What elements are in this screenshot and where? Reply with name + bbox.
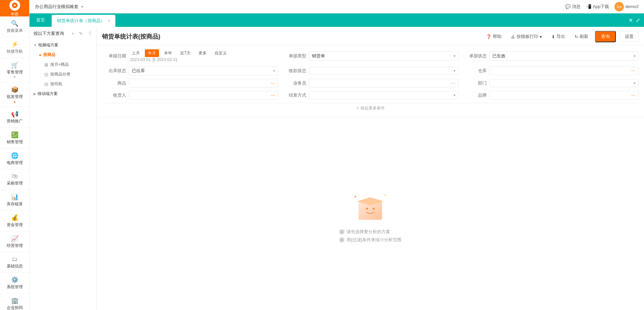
svg-text:★: ★ xyxy=(354,194,357,199)
tab-window-icon[interactable]: ✕ xyxy=(629,17,633,23)
goods-dots-icon[interactable]: ··· xyxy=(271,81,275,86)
date-btn-this-month[interactable]: 本月 xyxy=(145,49,159,57)
tree-item-by-month-goods[interactable]: ▦ 按月+商品 xyxy=(30,60,96,69)
outstatus-label: 出库状态 xyxy=(102,68,129,74)
tabbar: 首页 销货单统计表（按商品） × ✕ ⤢ xyxy=(30,13,644,27)
warehouse-dots-icon[interactable]: ··· xyxy=(631,68,636,73)
sidebar-item-retail[interactable]: 🛒 零售管理 ▼ xyxy=(0,58,29,83)
collapse-panel-btn[interactable]: 《 xyxy=(86,30,92,37)
outstatus-select[interactable]: 已出库 ▾ xyxy=(129,66,278,75)
industry-dropdown-icon[interactable]: ▾ xyxy=(81,4,83,9)
retail-label: 零售管理 xyxy=(7,69,23,75)
sidebar-search[interactable]: 🔍 搜索菜单 xyxy=(0,16,29,37)
date-btn-7days[interactable]: 近7天 xyxy=(177,49,194,57)
app-logo[interactable]: 标题 xyxy=(0,0,30,16)
status-select[interactable]: 已生效 ▾ xyxy=(489,51,639,61)
brand-dots-icon[interactable]: ··· xyxy=(631,93,636,98)
collectstatus-select[interactable]: ▾ xyxy=(309,67,458,75)
sidebar-item-finance[interactable]: 💰 资金管理 xyxy=(0,211,29,231)
sidebar-quicknav[interactable]: ⚡ 快捷导航 xyxy=(0,37,29,58)
salesman-input[interactable]: ··· xyxy=(309,79,458,88)
empty-tips: ① 请先选择要分析的方案 ② 用[过滤]条件来缩小分析范围 xyxy=(339,229,401,243)
tree-item-month-goods-label: 按月+商品 xyxy=(50,62,69,67)
tree-item-goods-label: 按商品 xyxy=(43,52,55,58)
tree-item-by-category[interactable]: ▤ 按商品分类 xyxy=(30,69,96,79)
empty-tip-2-text: 用[过滤]条件来缩小分析范围 xyxy=(346,237,401,243)
sidebar-item-operation[interactable]: 📈 经营管理 xyxy=(0,231,29,252)
right-panel: 销货单统计表(按商品) ❓ 帮助 🖨 按模板打印 ▾ ⬇ 导出 xyxy=(97,27,644,310)
edit-scheme-btn[interactable]: ✎ xyxy=(77,30,84,37)
collectstatus-label: 收款状态 xyxy=(282,68,309,74)
filter-warehouse-value: ··· xyxy=(489,66,639,75)
export-btn[interactable]: ⬇ 导出 xyxy=(549,32,568,41)
settle-select[interactable]: ▾ xyxy=(309,91,458,99)
filter-outstatus-cell: 出库状态 已出库 ▾ xyxy=(102,66,278,75)
filter-row-3: 商品 ··· 业务员 ··· xyxy=(102,79,639,88)
empty-tip-1: ① 请先选择要分析的方案 xyxy=(339,229,401,235)
sidebar-item-basic[interactable]: 🗂 基础信息 xyxy=(0,252,29,273)
receiver-dots-icon[interactable]: ··· xyxy=(271,93,275,98)
user-btn[interactable]: Ea demo2 xyxy=(614,2,639,11)
basic-label: 基础信息 xyxy=(7,263,23,269)
tab-active[interactable]: 销货单统计表（按商品） × xyxy=(52,15,115,27)
sidebar-item-system[interactable]: ⚙️ 系统管理 xyxy=(0,273,29,294)
warehouse-input[interactable]: ··· xyxy=(489,66,639,75)
finance-label: 资金管理 xyxy=(7,222,23,228)
print-btn[interactable]: 🖨 按模板打印 ▾ xyxy=(508,32,545,41)
topbar-left: 办公用品行业模拟账套 ▾ xyxy=(35,4,83,10)
sidebar-item-ecom[interactable]: 🌐 电商管理 xyxy=(0,149,29,169)
add-scheme-btn[interactable]: ＋ xyxy=(69,30,76,37)
refresh-btn[interactable]: ↻ 刷新 xyxy=(572,32,591,41)
dept-select[interactable]: ▾ xyxy=(489,79,639,87)
date-btn-last-month[interactable]: 上月 xyxy=(129,49,143,57)
settings-label: 设置 xyxy=(625,34,634,40)
sidebar-item-enterprise[interactable]: 🏢 企业协同 xyxy=(0,294,29,310)
empty-state: ★ ★ · ① 请先选择要分析的方案 ② 用[过滤]条件来缩小分析范围 xyxy=(97,117,644,310)
sidebar-item-stock[interactable]: 📊 库存核算 xyxy=(0,190,29,211)
tab-home[interactable]: 首页 xyxy=(30,13,52,27)
filter-dept-value: ▾ xyxy=(489,79,639,87)
brand-input[interactable]: ··· xyxy=(489,91,639,100)
filter-area: 单据日期 上月 本月 本年 近7天 更多 自定义 2023-03-01 至 20… xyxy=(97,45,644,117)
sales-label: 销售管理 xyxy=(7,139,23,145)
tree-arrow-down: ▼ xyxy=(34,43,37,47)
msg-btn[interactable]: 💬 消息 xyxy=(565,4,581,10)
print-label: 按模板打印 xyxy=(517,34,538,40)
date-btn-this-year[interactable]: 本年 xyxy=(161,49,175,57)
sidebar-item-wholesale[interactable]: 📦 批发管理 ▲ xyxy=(0,83,29,107)
retail-icon: 🛒 xyxy=(11,61,18,69)
tree-icon-category: ▤ xyxy=(44,72,48,77)
app-download-btn[interactable]: 📲 App下载 xyxy=(586,4,609,10)
tree-group-desktop-label[interactable]: ▼ 电脑端方案 xyxy=(30,40,96,50)
tree-group-mobile-label[interactable]: ▶ 移动端方案 xyxy=(30,89,96,99)
logo-icon xyxy=(9,0,20,11)
goods-label: 商品 xyxy=(102,80,129,86)
sidebar-item-purchase[interactable]: 🛍 采购管理 xyxy=(0,169,29,190)
settings-btn[interactable]: 设置 xyxy=(620,32,639,42)
collapse-filter-btn[interactable]: ∧ 收起更多条件 xyxy=(102,103,639,113)
tree-item-by-driver[interactable]: ▤ 按司机 xyxy=(30,79,96,89)
goods-input[interactable]: ··· xyxy=(129,79,278,88)
tab-maximize-icon[interactable]: ⤢ xyxy=(636,17,640,23)
date-btn-custom[interactable]: 自定义 xyxy=(212,49,230,57)
help-btn[interactable]: ❓ 帮助 xyxy=(483,32,504,41)
date-label: 单据日期 xyxy=(102,53,129,59)
print-dropdown-icon[interactable]: ▾ xyxy=(540,34,542,39)
sidebar-item-sales[interactable]: 💹 销售管理 xyxy=(0,128,29,149)
svg-text:★: ★ xyxy=(384,193,387,197)
wholesale-arrow: ▲ xyxy=(13,100,16,103)
salesman-dots-icon[interactable]: ··· xyxy=(451,81,455,86)
sidebar-item-marketing[interactable]: 📢 营销推广 xyxy=(0,107,29,128)
app-label: App下载 xyxy=(593,4,609,10)
settle-chevron-icon: ▾ xyxy=(453,93,455,98)
query-btn[interactable]: 查询 xyxy=(595,31,616,42)
receiver-input[interactable]: ··· xyxy=(129,91,278,100)
sales-icon: 💹 xyxy=(11,131,18,139)
main-area: 办公用品行业模拟账套 ▾ 💬 消息 📲 App下载 Ea demo2 首页 xyxy=(30,0,644,310)
left-panel-actions: ＋ ✎ 《 xyxy=(69,30,92,37)
type-select[interactable]: 销货单 ▾ xyxy=(309,51,458,61)
filter-goods-cell: 商品 ··· xyxy=(102,79,278,88)
tab-close-icon[interactable]: × xyxy=(108,18,110,23)
date-btn-more[interactable]: 更多 xyxy=(196,49,210,57)
tree-item-by-goods[interactable]: ● 按商品 xyxy=(30,50,96,60)
